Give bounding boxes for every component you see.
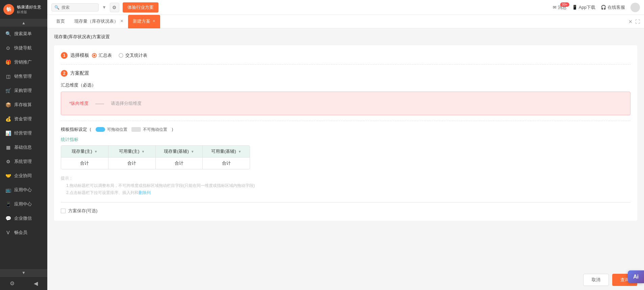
radio-summary[interactable]: 汇总表 — [92, 52, 112, 58]
box-icon: 📦 — [5, 101, 11, 108]
tips-section: 提示： 1.拖动标题栏可以调整布局，不可跨维度或指标区域拖动栏目字段(只能在同一… — [61, 175, 630, 197]
sidebar-scroll-up[interactable]: ▲ — [0, 19, 47, 27]
tab-home[interactable]: 首页 — [51, 15, 70, 28]
main-area: 🔍 ▼ ⚙ 体验行业方案 ✉ 消息 99+ 📱 App下载 🎧 在线客服 — [47, 0, 644, 290]
cancel-button[interactable]: 取消 — [583, 274, 609, 286]
section1-header: 1 选择模板 汇总表 交叉统计表 — [61, 52, 630, 59]
section2-num: 2 — [61, 70, 68, 77]
cart-icon: 🛒 — [5, 87, 11, 94]
sidebar-item-system[interactable]: ⚙ 系统管理 — [0, 154, 47, 169]
sidebar-nav: 🔍 搜索菜单 ⊙ 快捷导航 🎁 营销推广 ◫ 销售管理 🛒 采购管理 📦 库存核… — [0, 27, 47, 269]
tab-new-plan[interactable]: 新建方案 ✕ — [128, 15, 160, 28]
dimension-placeholder: 请选择分组维度 — [111, 100, 142, 106]
close-paren: ） — [171, 126, 176, 132]
member-icon: V — [5, 229, 11, 236]
sidebar-scroll-down[interactable]: ▼ — [0, 269, 47, 276]
tab-inventory-close-button[interactable]: ✕ — [120, 19, 123, 23]
divider1 — [61, 64, 630, 65]
radio-summary-circle — [92, 53, 97, 58]
save-checkbox[interactable] — [61, 209, 66, 213]
wechat-icon: 💬 — [5, 215, 11, 222]
user-avatar[interactable] — [630, 3, 640, 12]
sales-icon: ◫ — [5, 73, 11, 80]
finance-icon: 💰 — [5, 116, 11, 122]
search-box[interactable]: 🔍 — [51, 3, 99, 11]
no-drag-badge: 不可拖动位置 — [131, 127, 167, 132]
app-download-button[interactable]: 📱 App下载 — [572, 4, 595, 10]
sidebar-item-purchase[interactable]: 🛒 采购管理 — [0, 83, 47, 98]
sidebar-item-marketing[interactable]: 🎁 营销推广 — [0, 55, 47, 69]
tips-delete-highlight: 删除列 — [139, 190, 151, 195]
sidebar-item-search-menu[interactable]: 🔍 搜索菜单 — [0, 27, 47, 41]
stats-cell-1-3: 合计 — [156, 158, 203, 169]
app-download-icon: 📱 — [572, 5, 577, 10]
logo-text: 畅康通好生意 标准版 — [17, 4, 41, 15]
col4-chevron[interactable]: ▼ — [238, 150, 242, 153]
guide-icon: 📺 — [5, 187, 11, 193]
section1-title: 选择模板 — [70, 52, 89, 58]
stats-col-1[interactable]: 现存量(主) ▼ — [61, 146, 108, 157]
sidebar-item-enterprise[interactable]: 🤝 企业协同 — [0, 169, 47, 183]
tab-inventory-status[interactable]: 现存量（库存状况表） ✕ — [70, 15, 128, 28]
sidebar-item-sales[interactable]: ◫ 销售管理 — [0, 69, 47, 83]
col2-chevron[interactable]: ▼ — [142, 150, 145, 153]
dropdown-icon[interactable]: ▼ — [102, 5, 106, 10]
ai-button[interactable]: Ai — [628, 270, 644, 283]
page-title: 现存量(库存状况表)方案设置 — [54, 34, 637, 40]
indicator-settings-label: 模板指标设定（ — [61, 126, 92, 132]
section1-num: 1 — [61, 52, 68, 59]
sidebar-item-basic-info[interactable]: ▦ 基础信息 — [0, 140, 47, 154]
divider2 — [61, 121, 630, 121]
tab-new-plan-close-button[interactable]: ✕ — [152, 19, 155, 23]
stats-cell-1-1: 合计 — [61, 158, 108, 169]
quick-nav-icon: ⊙ — [5, 45, 11, 51]
settings-gear-button[interactable]: ⚙ — [110, 3, 119, 12]
trial-industry-button[interactable]: 体验行业方案 — [123, 2, 158, 13]
section2-header: 2 方案配置 — [61, 70, 630, 77]
gift-icon: 🎁 — [5, 59, 11, 66]
stats-col-3[interactable]: 现存量(基辅) ▼ — [156, 146, 203, 157]
app-icon: 📱 — [5, 201, 11, 208]
dimension-required-label: *纵向维度 — [69, 100, 89, 106]
sidebar-item-operations[interactable]: 📊 经营管理 — [0, 126, 47, 140]
save-option: 方案保存(可选) — [61, 202, 630, 214]
system-icon: ⚙ — [5, 158, 11, 165]
expand-window-button[interactable]: ⛶ — [635, 19, 640, 24]
sidebar-item-inventory[interactable]: 📦 库存核算 — [0, 98, 47, 112]
message-icon: ✉ — [553, 5, 556, 10]
tips-title: 提示： — [61, 176, 73, 180]
sidebar-item-app-center[interactable]: 📱 应用中心 — [0, 197, 47, 211]
app-logo: 畅 畅康通好生意 标准版 — [0, 0, 47, 19]
stats-col-4[interactable]: 可用量(基辅) ▼ — [203, 146, 250, 157]
drag-badge: 可拖动位置 — [96, 127, 127, 132]
message-badge: 99+ — [560, 2, 569, 7]
dimension-box[interactable]: *纵向维度 —— 请选择分组维度 — [61, 92, 630, 115]
messages-button[interactable]: ✉ 消息 99+ — [553, 4, 567, 10]
col3-chevron[interactable]: ▼ — [191, 150, 194, 153]
close-window-button[interactable]: ✕ — [628, 19, 633, 24]
sidebar-item-quick-nav[interactable]: ⊙ 快捷导航 — [0, 41, 47, 55]
tab-bar: 首页 现存量（库存状况表） ✕ 新建方案 ✕ ✕ ⛶ — [47, 15, 644, 28]
save-label: 方案保存(可选) — [68, 208, 98, 214]
search-icon: 🔍 — [54, 5, 59, 10]
stats-label: 统计指标 — [61, 137, 630, 143]
sidebar-item-new-guide[interactable]: 📺 应用中心 — [0, 183, 47, 197]
logo-icon: 畅 — [3, 4, 14, 15]
radio-cross[interactable]: 交叉统计表 — [119, 52, 147, 58]
sidebar-item-member[interactable]: V 畅会员 — [0, 225, 47, 240]
collapse-button[interactable]: ◀ — [34, 280, 38, 287]
stats-col-2[interactable]: 可用量(主) ▼ — [108, 146, 156, 157]
sidebar-item-finance[interactable]: 💰 资金管理 — [0, 112, 47, 126]
tips-item1: 1.拖动标题栏可以调整布局，不可跨维度或指标区域拖动栏目字段(只能在同一维度或指… — [66, 183, 255, 188]
col1-chevron[interactable]: ▼ — [94, 150, 98, 153]
search-input[interactable] — [61, 5, 95, 10]
stats-table-body: 合计 合计 合计 合计 — [61, 157, 250, 169]
indicator-settings: 模板指标设定（ 可拖动位置 不可拖动位置 ） — [61, 126, 630, 132]
online-service-button[interactable]: 🎧 在线客服 — [601, 4, 625, 10]
settings-panel: 1 选择模板 汇总表 交叉统计表 2 方案配置 — [54, 45, 637, 221]
sidebar-item-wechat[interactable]: 💬 企业微信 — [0, 211, 47, 225]
aggregate-label: 汇总维度（必选） — [61, 82, 630, 88]
drag-indicator — [96, 127, 105, 132]
settings-button[interactable]: ⚙ — [10, 280, 15, 287]
topbar: 🔍 ▼ ⚙ 体验行业方案 ✉ 消息 99+ 📱 App下载 🎧 在线客服 — [47, 0, 644, 15]
